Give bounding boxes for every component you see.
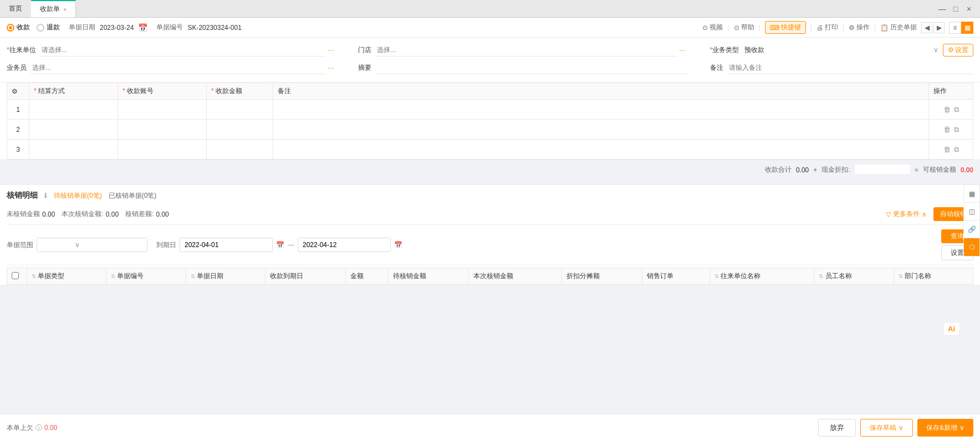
date-to-input[interactable] xyxy=(298,238,391,252)
row-3-settlement[interactable] xyxy=(29,140,118,160)
discard-button[interactable]: 放弃 xyxy=(818,419,856,437)
tab-receipt[interactable]: 收款单 × xyxy=(31,0,76,17)
receipt-radio-label: 收款 xyxy=(17,23,30,32)
history-action[interactable]: 📋 历史单据 xyxy=(880,23,917,32)
discount-input[interactable] xyxy=(855,165,910,175)
more-conditions-btn[interactable]: ▽ 更多条件 ∧ xyxy=(886,209,927,219)
range-select[interactable]: ∨ xyxy=(37,238,147,252)
maximize-button[interactable]: □ xyxy=(951,4,960,13)
cal-to-icon[interactable]: 📅 xyxy=(394,241,402,249)
writeoff-info-icon[interactable]: ℹ xyxy=(44,192,47,199)
col-amount-bt-header: 金额 xyxy=(345,268,388,285)
footer-info-icon[interactable]: ⓘ xyxy=(35,423,42,433)
row-1-amount[interactable] xyxy=(207,100,273,120)
minimize-button[interactable]: — xyxy=(938,4,947,13)
store-more-btn[interactable]: ··· xyxy=(677,45,688,54)
row-1-copy-icon[interactable]: ⧉ xyxy=(954,105,959,114)
range-filter: 单据范围 ∨ xyxy=(7,238,147,252)
form-row-2: 业务员 ··· 摘要 备注 xyxy=(7,60,973,75)
col-docdate-label: 单据日期 xyxy=(197,272,223,280)
verifiable-label: 可核销金额 xyxy=(923,165,956,175)
partner-input[interactable] xyxy=(39,43,325,57)
nav-arrows: ◀ ▶ xyxy=(921,22,945,33)
row-3-delete-icon[interactable]: 🗑 xyxy=(943,145,951,154)
calendar-icon[interactable]: 📅 xyxy=(138,23,147,32)
sort-icon[interactable]: ⇅ xyxy=(32,273,36,279)
row-2-remark[interactable] xyxy=(273,120,929,140)
receipt-radio-dot xyxy=(7,24,14,32)
remark-input[interactable] xyxy=(727,61,973,74)
sort-icon[interactable]: ⇅ xyxy=(819,273,823,279)
row-3-amount[interactable] xyxy=(207,140,273,160)
col-employee-header: ⇅ 员工名称 xyxy=(814,268,894,285)
biz-dropdown-icon[interactable]: ∨ xyxy=(933,46,938,54)
help-icon: ⊙ xyxy=(734,24,739,32)
operate-action[interactable]: ⚙ 操作 xyxy=(849,23,870,32)
right-tool-table[interactable]: ▦ xyxy=(964,185,979,203)
row-2-delete-icon[interactable]: 🗑 xyxy=(943,125,951,134)
settings-button[interactable]: ⚙ 设置 xyxy=(943,44,973,57)
check-all-header[interactable] xyxy=(7,268,27,285)
video-action[interactable]: ⊙ 视频 xyxy=(702,23,723,32)
writeoff-header: 核销明细 ℹ 待核销单据(0笔) 已核销单据(0笔) xyxy=(7,185,973,204)
print-icon: 🖨 xyxy=(816,24,823,32)
date-from-input[interactable] xyxy=(180,238,273,252)
row-1-remark[interactable] xyxy=(273,100,929,120)
writeoff-title: 核销明细 xyxy=(7,191,38,201)
settings-icon: ⚙ xyxy=(948,46,954,54)
nav-prev[interactable]: ◀ xyxy=(921,22,932,33)
refund-radio[interactable]: 退款 xyxy=(37,23,60,32)
tab-home[interactable]: 首页 xyxy=(0,0,31,17)
table-row: 2 🗑 ⧉ xyxy=(7,120,973,140)
nav-next[interactable]: ▶ xyxy=(933,22,945,33)
col-remark-header: 备注 xyxy=(273,83,929,100)
tab-close-icon[interactable]: × xyxy=(63,6,67,13)
due-label: 到期日 xyxy=(156,240,176,250)
row-1-delete-icon[interactable]: 🗑 xyxy=(943,105,951,114)
done-tab[interactable]: 已核销单据(0笔) xyxy=(109,191,157,201)
pending-tab[interactable]: 待核销单据(0笔) xyxy=(54,191,102,201)
sort-icon[interactable]: ⇅ xyxy=(714,273,719,279)
refund-radio-label: 退款 xyxy=(47,23,60,32)
right-tool-screenshot[interactable]: ⬡ xyxy=(964,238,979,256)
row-3-copy-icon[interactable]: ⧉ xyxy=(954,145,959,154)
sort-icon[interactable]: ⇅ xyxy=(191,273,195,279)
right-tool-doc[interactable]: ◫ xyxy=(964,203,979,221)
save-new-button[interactable]: 保存&新增 ∨ xyxy=(917,419,973,437)
row-3-account[interactable] xyxy=(118,140,207,160)
row-2-settlement[interactable] xyxy=(29,120,118,140)
col-settings-header[interactable]: ⚙ xyxy=(7,83,29,100)
help-action[interactable]: ⊙ 帮助 xyxy=(734,23,754,32)
row-2-amount[interactable] xyxy=(207,120,273,140)
row-1-settlement[interactable] xyxy=(29,100,118,120)
col-amount-bt-label: 金额 xyxy=(350,272,364,280)
store-input[interactable] xyxy=(375,43,677,57)
row-2-account[interactable] xyxy=(118,120,207,140)
shortcut-button[interactable]: ⌨ 快捷键 xyxy=(765,21,806,34)
close-button[interactable]: × xyxy=(964,4,973,13)
row-1-account[interactable] xyxy=(118,100,207,120)
ai-badge[interactable]: Ai xyxy=(943,322,960,336)
sort-icon[interactable]: ⇅ xyxy=(111,273,115,279)
biz-value: 预收款 xyxy=(744,45,933,55)
list-view-btn[interactable]: ≡ xyxy=(949,22,961,34)
cal-from-icon[interactable]: 📅 xyxy=(276,241,284,249)
check-all-checkbox[interactable] xyxy=(12,272,19,279)
discount-label: 现金折扣: xyxy=(821,165,850,175)
receipt-radio[interactable]: 收款 xyxy=(7,23,30,32)
row-3-remark[interactable] xyxy=(273,140,929,160)
partner-more-btn[interactable]: ··· xyxy=(325,45,336,54)
doc-icon: ◫ xyxy=(969,208,975,216)
salesman-input[interactable] xyxy=(30,61,325,74)
refund-radio-dot xyxy=(37,24,44,32)
summary-input[interactable] xyxy=(375,61,687,74)
right-tool-link[interactable]: 🔗 xyxy=(964,221,979,238)
diff-label: 核销差额: xyxy=(125,209,154,219)
print-action[interactable]: 🖨 打印 xyxy=(816,23,838,32)
doc-number-label: 单据编号 xyxy=(156,23,183,32)
row-2-copy-icon[interactable]: ⧉ xyxy=(954,125,959,134)
save-draft-button[interactable]: 保存草稿 ∨ xyxy=(860,419,913,437)
sort-icon[interactable]: ⇅ xyxy=(899,273,903,279)
grid-view-btn[interactable]: ▦ xyxy=(961,22,973,34)
salesman-more-btn[interactable]: ··· xyxy=(325,63,336,72)
